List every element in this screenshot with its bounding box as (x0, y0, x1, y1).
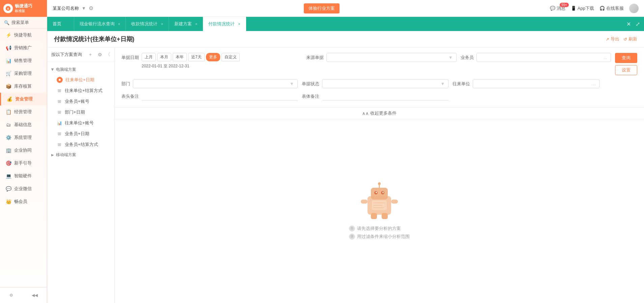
body-note-input[interactable] (322, 92, 449, 100)
sidebar-item-enterprise[interactable]: 🏢 企业协同 (0, 144, 47, 157)
sidebar-item-system[interactable]: ⚙️ 系统管理 (0, 131, 47, 144)
header-settings-icon[interactable]: ⚙ (89, 5, 93, 11)
date-7days-btn[interactable]: 近7天 (188, 53, 205, 61)
scheme-group-desktop-header[interactable]: ▶ 电脑端方案 (47, 65, 114, 74)
scheme-tree: ▶ 电脑端方案 往来单位+日期 ⊞ 往来单位+结算方式 ⊞ (47, 62, 114, 303)
sidebar-item-label: 基础信息 (14, 122, 32, 128)
page-content: 付款情况统计(往来单位+日期) ↗ 导出 ↺ 刷新 按以下方案查询 ＋ (47, 31, 644, 303)
scheme-item-staff-date[interactable]: ⊞ 业务员+日期 (47, 128, 114, 139)
scheme-item-partner-account[interactable]: 📊 往来单位+账号 (47, 118, 114, 128)
user-avatar[interactable] (629, 4, 639, 13)
app-download-btn[interactable]: 📱 App下载 (571, 5, 594, 11)
scheme-panel: 按以下方案查询 ＋ ⚙ 《 ▶ 电脑端方案 (47, 48, 115, 303)
filter-settings-btn[interactable]: 设置 (615, 65, 637, 75)
sidebar-item-basic[interactable]: 🗂 基础信息 (0, 118, 47, 131)
scheme-item-staff-account[interactable]: ⊞ 业务员+账号 (47, 96, 114, 107)
guide-icon: 🎯 (5, 160, 11, 166)
dept-select[interactable]: ▼ (133, 79, 298, 88)
sidebar-item-inventory[interactable]: 📦 库存核算 (0, 80, 47, 93)
scheme-toolbar: 按以下方案查询 ＋ ⚙ 《 (47, 48, 114, 62)
sidebar-item-sales[interactable]: 📊 销售管理 (0, 54, 47, 67)
receipts-tab-close[interactable]: × (161, 22, 163, 26)
partner-select[interactable]: … (473, 79, 599, 88)
payments-tab-close[interactable]: × (238, 22, 240, 26)
sidebar-item-hardware[interactable]: 💻 智能硬件 (0, 170, 47, 182)
date-this-year-btn[interactable]: 本年 (173, 53, 187, 61)
sidebar-item-member[interactable]: 👑 畅会员 (0, 195, 47, 208)
sidebar-item-operation[interactable]: 📋 经营管理 (0, 105, 47, 118)
tab-home[interactable]: 首页 (47, 17, 74, 31)
body-note-label: 表体备注 (302, 93, 319, 99)
new-scheme-tab-label: 新建方案 (174, 21, 192, 27)
sidebar-item-quick-nav[interactable]: ⚡ 快捷导航 (0, 29, 47, 41)
scheme-item-label: 业务员+账号 (65, 98, 89, 104)
sidebar-item-label: 企业协同 (14, 147, 32, 153)
collapse-conditions-btn[interactable]: ∧∧ 收起更多条件 (362, 110, 397, 116)
sidebar-item-label: 资金管理 (15, 96, 33, 102)
refresh-label: 刷新 (628, 36, 637, 42)
scheme-item-label: 往来单位+账号 (65, 120, 94, 126)
sidebar-item-guide[interactable]: 🎯 新手引导 (0, 157, 47, 170)
export-label: 导出 (611, 36, 619, 42)
tab-new-scheme[interactable]: 新建方案 × (169, 17, 203, 31)
notice-btn[interactable]: 💬 消息 99+ (550, 5, 565, 11)
cash-flow-tab-label: 现金银行流水查询 (80, 21, 115, 27)
refresh-btn[interactable]: ↺ 刷新 (623, 36, 637, 42)
table-icon: ⊞ (57, 88, 62, 93)
export-btn[interactable]: ↗ 导出 (606, 36, 619, 42)
tab-cash-flow[interactable]: 现金银行流水查询 × (74, 17, 126, 31)
scheme-settings-btn[interactable]: ⚙ (96, 51, 104, 58)
date-more-btn[interactable]: 更多 (206, 53, 220, 61)
try-industry-btn[interactable]: 体验行业方案 (304, 3, 340, 13)
search-menu[interactable]: 🔍 搜索菜单 (0, 17, 47, 29)
tab-payments[interactable]: 付款情况统计 × (203, 17, 246, 31)
date-range-display: 2022-01-01 至 2022-12-31 (142, 63, 302, 69)
svg-point-6 (376, 192, 377, 193)
tab-bar: 首页 现金银行流水查询 × 收款情况统计 × 新建方案 × 付款情况统计 × ✕… (47, 17, 644, 31)
tab-close-all-btn[interactable]: ✕ (625, 20, 632, 29)
source-select[interactable]: ▼ (326, 53, 457, 62)
sales-icon: 📊 (5, 58, 11, 64)
collapse-bar: ∧∧ 收起更多条件 (115, 108, 644, 119)
desktop-group-arrow: ▶ (51, 68, 55, 71)
scheme-toolbar-icons: ＋ ⚙ 《 (87, 51, 110, 58)
scheme-item-dept-date[interactable]: ⊞ 部门+日期 (47, 107, 114, 118)
scheme-item-staff-settle[interactable]: ⊞ 业务员+结算方式 (47, 139, 114, 150)
sidebar-item-marketing[interactable]: 📢 营销推广 (0, 41, 47, 54)
basic-icon: 🗂 (5, 122, 11, 128)
sidebar-collapse-btn[interactable]: ◀◀ (28, 291, 42, 300)
cash-flow-tab-close[interactable]: × (118, 22, 120, 26)
date-last-month-btn[interactable]: 上月 (142, 53, 156, 61)
sidebar-item-purchase[interactable]: 🛒 采购管理 (0, 67, 47, 80)
scheme-collapse-btn[interactable]: 《 (106, 52, 110, 58)
sidebar-footer: ⚙ ◀◀ (0, 287, 47, 303)
company-dropdown-icon[interactable]: ▼ (82, 6, 86, 11)
doc-status-label: 单据状态 (302, 81, 319, 87)
new-scheme-tab-close[interactable]: × (195, 22, 197, 26)
tab-receipts[interactable]: 收款情况统计 × (126, 17, 169, 31)
query-btn[interactable]: 查询 (615, 53, 637, 63)
settings-icon: ⚙ (9, 293, 13, 298)
date-this-month-btn[interactable]: 本月 (157, 53, 171, 61)
quick-nav-icon: ⚡ (5, 32, 11, 38)
table-icon: ⊞ (57, 142, 62, 147)
scheme-item-partner-settle[interactable]: ⊞ 往来单位+结算方式 (47, 85, 114, 96)
system-icon: ⚙️ (5, 134, 11, 141)
header-note-input[interactable] (142, 92, 298, 100)
online-service-btn[interactable]: 🎧 在线客服 (599, 5, 624, 11)
empty-hint-1: ① 请先选择要分析的方案 (349, 225, 410, 232)
sidebar-item-capital[interactable]: 💰 资金管理 (0, 93, 47, 105)
staff-select[interactable]: … (476, 53, 611, 62)
scheme-item-partner-date[interactable]: 往来单位+日期 (47, 74, 114, 85)
sidebar-item-label: 新手引导 (14, 160, 32, 166)
scheme-group-mobile-header[interactable]: ▶ 移动端方案 (47, 150, 114, 160)
svg-rect-13 (382, 213, 388, 219)
scheme-add-btn[interactable]: ＋ (87, 51, 94, 58)
sidebar-settings-btn[interactable]: ⚙ (5, 291, 17, 300)
date-custom-btn[interactable]: 自定义 (222, 53, 240, 61)
page-header: 付款情况统计(往来单位+日期) ↗ 导出 ↺ 刷新 (47, 31, 644, 48)
doc-status-select[interactable]: ▼ (322, 79, 449, 88)
tab-maximize-btn[interactable]: ⤢ (634, 20, 641, 29)
sidebar-item-wechat[interactable]: 💬 企业微信 (0, 182, 47, 195)
receipts-tab-label: 收款情况统计 (131, 21, 157, 27)
